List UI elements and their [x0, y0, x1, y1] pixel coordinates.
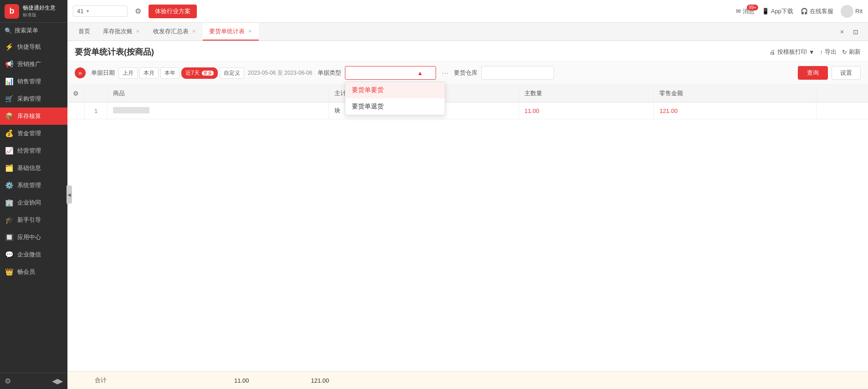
close-tab-receivable[interactable]: × [191, 28, 196, 35]
store-settings-icon[interactable]: ⚙ [131, 5, 145, 18]
store-selector[interactable]: 41 ▼ [73, 5, 128, 17]
settings-button[interactable]: 设置 [832, 66, 861, 80]
dropdown-item-requisition-order[interactable]: 要货单要货 [345, 82, 445, 98]
warehouse-label: 要货仓库 [454, 69, 478, 77]
tab-requisition-stat[interactable]: 要货单统计表 × [203, 23, 259, 41]
trial-button[interactable]: 体验行业方案 [149, 5, 197, 18]
sidebar: b 畅捷通好生意 标准版 🔍 搜索菜单 ⚡ 快捷导航 📢 营销推广 📊 销售管理… [0, 0, 67, 389]
sales-icon: 📊 [5, 77, 14, 86]
tab-home[interactable]: 首页 [72, 23, 97, 41]
th-quantity: 主数量 [519, 85, 654, 102]
date-filter-group: 单据日期 上月 本月 本年 近7天 更多 自定义 2023-05-06 至 20… [91, 67, 312, 79]
warehouse-select[interactable] [481, 66, 554, 80]
guide-icon: 🎓 [5, 216, 14, 224]
tab-inventory-batch[interactable]: 库存批次账 × [97, 23, 147, 41]
quantity-link[interactable]: 11.00 [524, 107, 539, 114]
user-profile[interactable]: Rit [841, 5, 863, 18]
sidebar-item-purchase[interactable]: 🛒 采购管理 [0, 90, 67, 107]
doc-type-select[interactable]: ▲ [345, 66, 436, 80]
service-icon: 🎧 [801, 8, 808, 15]
table-wrapper: ⚙ 商品 主计量单位 主数量 零售金额 1 [67, 85, 868, 371]
tab-bar-close-btn[interactable]: × [836, 26, 848, 38]
sidebar-item-wechat[interactable]: 💬 企业微信 [0, 246, 67, 263]
filter-bar: » 单据日期 上月 本月 本年 近7天 更多 自定义 2023-05-06 至 … [67, 61, 868, 85]
operations-icon: 📈 [5, 147, 14, 155]
sidebar-item-marketing[interactable]: 📢 营销推广 [0, 56, 67, 73]
sidebar-item-guide[interactable]: 🎓 新手引导 [0, 211, 67, 229]
data-table: ⚙ 商品 主计量单位 主数量 零售金额 1 [67, 85, 868, 119]
basic-icon: 🗂️ [5, 164, 14, 172]
this-month-btn[interactable]: 本月 [139, 67, 159, 79]
app-download-action[interactable]: 📱 App下载 [762, 7, 793, 15]
filter-expand-btn[interactable]: » [75, 67, 86, 78]
tab-bar-fullscreen-btn[interactable]: ⊡ [850, 26, 862, 38]
table-settings-icon[interactable]: ⚙ [73, 90, 79, 97]
date-btns: 上月 本月 本年 近7天 更多 自定义 [118, 67, 244, 79]
footer-retail-amount: 121.00 [311, 377, 329, 384]
prev-month-btn[interactable]: 上月 [118, 67, 138, 79]
logo-area: b 畅捷通好生意 标准版 [0, 0, 67, 23]
app-center-icon: 🔲 [5, 233, 14, 241]
export-btn[interactable]: ↑ 导出 [820, 48, 837, 56]
user-avatar [841, 5, 853, 18]
td-quantity: 11.00 [519, 102, 654, 119]
th-product: 商品 [108, 85, 329, 102]
recent7-btn[interactable]: 近7天 更多 [181, 67, 218, 79]
close-tab-requisition[interactable]: × [247, 28, 252, 35]
download-icon: 📱 [762, 8, 769, 15]
refresh-btn[interactable]: ↻ 刷新 [842, 48, 861, 56]
message-action[interactable]: ✉ 消息 99+ [736, 7, 755, 15]
sidebar-toggle[interactable]: ◀ [67, 185, 72, 204]
page-actions: 🖨 按模板打印 ▼ ↑ 导出 ↻ 刷新 [770, 48, 861, 56]
sidebar-item-finance[interactable]: 💰 资金管理 [0, 125, 67, 142]
settings-bottom-icon[interactable]: ⚙ [5, 377, 11, 385]
sidebar-bottom: ⚙ ◀▶ [0, 373, 67, 389]
top-bar-left: 41 ▼ ⚙ 体验行业方案 [73, 5, 197, 18]
sidebar-item-sales[interactable]: 📊 销售管理 [0, 73, 67, 90]
footer-quantity: 11.00 [234, 377, 249, 384]
page-content: 要货单统计表(按商品) 🖨 按模板打印 ▼ ↑ 导出 ↻ 刷新 » [67, 41, 868, 389]
search-menu-item[interactable]: 🔍 搜索菜单 [0, 23, 67, 38]
query-button[interactable]: 查询 [798, 66, 828, 80]
sidebar-item-operations[interactable]: 📈 经营管理 [0, 142, 67, 159]
enterprise-icon: 🏢 [5, 199, 14, 207]
tab-bar-right: × ⊡ [836, 23, 863, 41]
sidebar-item-system[interactable]: ⚙️ 系统管理 [0, 177, 67, 194]
sidebar-item-shortcut[interactable]: ⚡ 快捷导航 [0, 38, 67, 56]
store-chevron-icon: ▼ [85, 9, 90, 14]
table-row: 1 块 11.00 121.00 [67, 102, 868, 119]
warehouse-filter-group: 要货仓库 [454, 66, 554, 80]
print-chevron-icon: ▼ [809, 49, 815, 56]
retail-amount-link[interactable]: 121.00 [659, 107, 678, 114]
th-retail-amount: 零售金额 [654, 85, 817, 102]
doc-type-dropdown: 要货单要货 要货单退货 [345, 82, 445, 115]
print-template-btn[interactable]: 🖨 按模板打印 ▼ [770, 48, 815, 56]
sidebar-item-basic[interactable]: 🗂️ 基础信息 [0, 159, 67, 177]
system-icon: ⚙️ [5, 181, 14, 189]
close-tab-inventory-batch[interactable]: × [135, 28, 140, 35]
page-header: 要货单统计表(按商品) 🖨 按模板打印 ▼ ↑ 导出 ↻ 刷新 [67, 41, 868, 61]
filter-right-actions: 查询 设置 [798, 66, 861, 80]
purchase-icon: 🛒 [5, 95, 14, 103]
sidebar-item-app-center[interactable]: 🔲 应用中心 [0, 229, 67, 246]
tab-receivable-summary[interactable]: 收发存汇总表 × [147, 23, 203, 41]
store-name-label: 41 [77, 8, 83, 15]
custom-btn[interactable]: 自定义 [220, 67, 244, 79]
member-icon: 👑 [5, 268, 14, 276]
th-empty [816, 85, 868, 102]
export-icon: ↑ [820, 49, 823, 56]
shortcut-icon: ⚡ [5, 43, 14, 51]
finance-icon: 💰 [5, 129, 14, 138]
logo-text: 畅捷通好生意 标准版 [23, 5, 56, 18]
marketing-icon: 📢 [5, 60, 14, 68]
table-footer: 合计 11.00 121.00 [67, 371, 868, 389]
online-service-action[interactable]: 🎧 在线客服 [801, 7, 833, 15]
sidebar-item-inventory[interactable]: 📦 库存核算 [0, 107, 67, 125]
page-title: 要货单统计表(按商品) [75, 46, 154, 57]
this-year-btn[interactable]: 本年 [160, 67, 180, 79]
collapse-icon[interactable]: ◀▶ [52, 377, 63, 385]
sidebar-item-member[interactable]: 👑 畅会员 [0, 263, 67, 281]
filter-more-icon[interactable]: ··· [442, 68, 448, 78]
sidebar-item-enterprise[interactable]: 🏢 企业协同 [0, 194, 67, 211]
dropdown-item-requisition-return[interactable]: 要货单退货 [345, 98, 445, 115]
